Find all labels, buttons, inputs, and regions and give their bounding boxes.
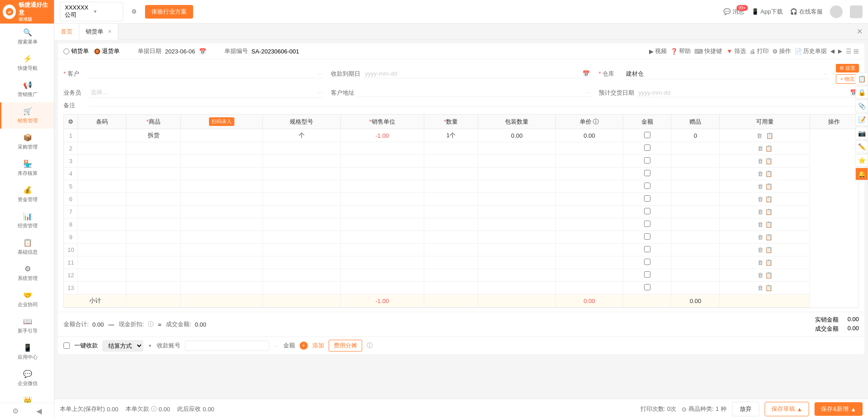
- row-2-gift-checkbox[interactable]: [644, 144, 650, 151]
- sidebar-item-purchase[interactable]: 📦 采购管理: [0, 129, 54, 155]
- row-12-copy-icon[interactable]: 📋: [765, 272, 772, 279]
- row-12-delete-icon[interactable]: 🗑: [757, 272, 763, 279]
- grid-view-icon[interactable]: ⊞: [853, 48, 859, 55]
- salesman-more-icon[interactable]: ···: [317, 89, 322, 96]
- row-4-delete-icon[interactable]: 🗑: [757, 170, 763, 177]
- discard-button[interactable]: 放弃: [732, 402, 759, 416]
- row-9-delete-icon[interactable]: 🗑: [757, 234, 763, 241]
- scan-button[interactable]: 扫码录入: [209, 117, 234, 126]
- row-8-copy-icon[interactable]: 📋: [765, 221, 772, 228]
- row-12-gift-checkbox[interactable]: [644, 271, 650, 278]
- sidebar-item-operations[interactable]: 📊 经营管理: [0, 207, 54, 234]
- expense-help-icon[interactable]: ⓘ: [367, 342, 373, 350]
- customer-input[interactable]: ···: [89, 70, 324, 78]
- app-download-button[interactable]: 📱 App下载: [752, 8, 783, 16]
- row-10-delete-icon[interactable]: 🗑: [757, 246, 763, 253]
- row-8-gift-checkbox[interactable]: [644, 221, 650, 227]
- customer-addr-more-icon[interactable]: ···: [585, 89, 590, 96]
- user-menu-icon[interactable]: [850, 5, 863, 18]
- row-5-delete-icon[interactable]: 🗑: [757, 183, 763, 190]
- float-star-button[interactable]: ⭐: [855, 154, 868, 167]
- user-avatar[interactable]: [830, 5, 843, 18]
- one-click-payment-checkbox[interactable]: [63, 342, 70, 349]
- row-9-gift-checkbox[interactable]: [644, 233, 650, 240]
- help-button[interactable]: ❓ 帮助: [670, 47, 691, 55]
- row-1-delete-icon[interactable]: 🗑: [756, 132, 762, 139]
- row-2-delete-icon[interactable]: 🗑: [757, 145, 763, 152]
- sidebar-item-sales[interactable]: 🛒 销售管理: [0, 102, 54, 129]
- shortcuts-button[interactable]: ⌨ 快捷键: [694, 47, 722, 55]
- row-1-gift-checkbox[interactable]: [644, 132, 650, 138]
- row-1-barcode[interactable]: [78, 129, 126, 142]
- list-view-icon[interactable]: ☰: [846, 48, 852, 55]
- float-camera-button[interactable]: 📷: [855, 127, 868, 140]
- prev-record-button[interactable]: ◀: [830, 48, 834, 54]
- table-gear-icon[interactable]: ⚙: [68, 118, 73, 125]
- row-4-copy-icon[interactable]: 📋: [765, 170, 772, 177]
- row-3-delete-icon[interactable]: 🗑: [757, 158, 763, 164]
- row-2-copy-icon[interactable]: 📋: [765, 145, 772, 152]
- salesman-input[interactable]: 选择... ···: [89, 87, 324, 98]
- sidebar-settings-icon[interactable]: ⚙: [12, 407, 19, 415]
- row-13-copy-icon[interactable]: 📋: [765, 284, 772, 291]
- sidebar-item-apps[interactable]: 📱 应用中心: [0, 339, 54, 365]
- row-11-delete-icon[interactable]: 🗑: [757, 259, 763, 266]
- row-5-gift-checkbox[interactable]: [644, 183, 650, 189]
- sidebar-item-basic-info[interactable]: 📋 基础信息: [0, 234, 54, 260]
- row-3-gift-checkbox[interactable]: [644, 157, 650, 164]
- float-edit-button[interactable]: 📝: [855, 113, 868, 126]
- settings-side-button[interactable]: ⚙ 设置: [836, 64, 859, 72]
- expense-split-button[interactable]: 费用分摊: [329, 340, 362, 352]
- row-1-pack-qty[interactable]: 1个: [424, 129, 478, 142]
- product-type-selector[interactable]: ⊙ 商品种类: 1 种: [682, 405, 726, 413]
- sidebar-item-collab[interactable]: 🤝 企业协同: [0, 286, 54, 313]
- expected-date-input[interactable]: yyyy-mm-dd 📅: [637, 88, 859, 97]
- row-1-unit[interactable]: 个: [263, 129, 340, 142]
- print-button[interactable]: 🖨 打印: [750, 47, 769, 55]
- sidebar-collapse-icon[interactable]: ◀: [36, 407, 42, 415]
- add-payment-button[interactable]: +: [300, 342, 308, 350]
- row-4-gift-checkbox[interactable]: [644, 170, 650, 176]
- discount-help-icon[interactable]: ⓘ: [148, 320, 154, 328]
- tab-home[interactable]: 首页: [54, 24, 79, 40]
- tab-sales-order[interactable]: 销货单 ✕: [79, 24, 118, 40]
- row-1-copy-icon[interactable]: 📋: [766, 132, 773, 139]
- row-7-gift-checkbox[interactable]: [644, 208, 650, 214]
- warehouse-more-icon[interactable]: ···: [823, 71, 828, 77]
- history-button[interactable]: 📄 历史单据: [795, 47, 827, 55]
- total-owe-help-icon[interactable]: ⓘ: [151, 405, 157, 413]
- return-order-radio[interactable]: 退货单: [94, 47, 120, 55]
- sidebar-item-membership[interactable]: 👑 畅会员: [0, 391, 54, 403]
- row-11-copy-icon[interactable]: 📋: [765, 259, 772, 266]
- row-6-gift-checkbox[interactable]: [644, 195, 650, 202]
- col-gear[interactable]: ⚙: [64, 115, 78, 129]
- row-1-spec[interactable]: [180, 129, 262, 142]
- filter-button[interactable]: 🔻 筛选: [726, 47, 746, 55]
- row-1-price[interactable]: 0.00: [478, 129, 556, 142]
- row-10-copy-icon[interactable]: 📋: [765, 246, 772, 253]
- float-lock-button[interactable]: 🔒: [855, 86, 868, 99]
- float-attach-button[interactable]: 📎: [855, 100, 868, 112]
- row-7-delete-icon[interactable]: 🗑: [757, 208, 763, 215]
- float-copy-button[interactable]: 📋: [855, 72, 868, 85]
- row-7-copy-icon[interactable]: 📋: [765, 208, 772, 215]
- sidebar-item-search[interactable]: 🔍 搜索菜单: [0, 24, 54, 50]
- customer-service-button[interactable]: 🎧 在线客服: [790, 8, 823, 16]
- settings-gear-button[interactable]: ⚙: [128, 5, 141, 18]
- row-13-gift-checkbox[interactable]: [644, 284, 650, 290]
- sidebar-item-system[interactable]: ⚙ 系统管理: [0, 260, 54, 286]
- payment-account-input[interactable]: [185, 341, 269, 351]
- sidebar-item-inventory[interactable]: 🏪 库存核算: [0, 155, 54, 181]
- save-draft-button[interactable]: 保存草稿 ▲: [765, 402, 810, 416]
- next-record-button[interactable]: ▶: [838, 48, 842, 54]
- row-11-gift-checkbox[interactable]: [644, 259, 650, 265]
- row-6-copy-icon[interactable]: 📋: [765, 196, 772, 202]
- remarks-input[interactable]: [89, 105, 859, 107]
- row-1-qty[interactable]: -1.00: [340, 129, 424, 142]
- row-1-product[interactable]: 拆货: [126, 129, 180, 142]
- sidebar-item-marketing[interactable]: 📢 营销推广: [0, 76, 54, 102]
- payment-more-icon[interactable]: ···: [274, 342, 279, 349]
- row-6-delete-icon[interactable]: 🗑: [757, 196, 763, 202]
- sidebar-item-quick-nav[interactable]: ⚡ 快捷导航: [0, 50, 54, 76]
- row-1-amount[interactable]: 0.00: [556, 129, 623, 142]
